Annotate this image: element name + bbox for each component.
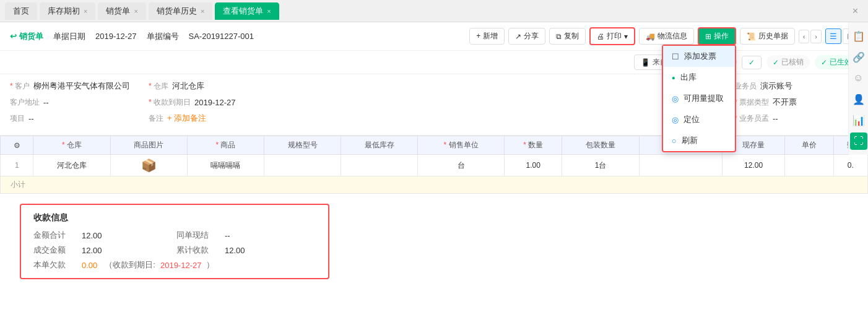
arrears-note-close: ） (206, 259, 214, 271)
new-button[interactable]: + 新增 (469, 28, 504, 45)
col-qty: 数量 (504, 136, 562, 155)
payment-box: 收款信息 金额合计 12.00 同单现结 -- 成交金额 12.00 (20, 204, 329, 279)
tab-bar-close-all[interactable]: × (848, 3, 863, 19)
operation-grid-icon: ⊞ (705, 32, 711, 41)
staff-label: 业务员 (734, 81, 757, 92)
sidebar-phone-icon[interactable]: 📋 (850, 27, 867, 45)
customer-value: 柳州粤港平安气体有限公司 (33, 80, 130, 92)
sidebar-expand-icon[interactable]: ⛶ (850, 132, 867, 150)
project-label: 项目 (10, 113, 25, 124)
tab-view-label: 查看销货单 (223, 6, 263, 17)
arrears-value: 0.00 (82, 261, 97, 270)
col-spec: 规格型号 (264, 136, 341, 155)
add-note-button[interactable]: + 添加备注 (167, 113, 206, 124)
menu-outbound[interactable]: ● 出库 (663, 67, 735, 88)
logistics-button[interactable]: 🚚 物流信息 (639, 28, 694, 45)
payment-title: 收款信息 (33, 212, 316, 224)
available-qty-icon: ◎ (672, 94, 679, 103)
nav-prev[interactable]: ‹ (799, 30, 810, 43)
sub-toolbar: 📱 来自手机 ● 未开票 ✓ ✓ 已核销 ✓ 已生效 (0, 51, 868, 74)
share-icon: ↗ (515, 32, 521, 41)
tab-home[interactable]: 首页 (5, 2, 37, 20)
cancelled-label: 已核销 (781, 57, 804, 67)
tab-inventory-close[interactable]: × (84, 7, 87, 15)
confirm-btn[interactable]: ✓ (742, 56, 762, 69)
row-available (639, 155, 722, 176)
total-row: 金额合计 12.00 (33, 230, 173, 241)
number-label: 单据编号 (147, 31, 179, 42)
copy-icon: ⧉ (556, 32, 562, 41)
project-value: -- (28, 114, 34, 123)
view-list[interactable]: ☰ (825, 28, 841, 44)
total-label: 金额合计 (33, 230, 77, 241)
col-pkg-qty: 包装数量 (562, 136, 639, 155)
tab-view-sales[interactable]: 查看销货单 × (215, 2, 279, 20)
operation-button[interactable]: ⊞ 操作 (698, 27, 736, 45)
right-sidebar: 📋 🔗 ☺ 👤 📊 ⛶ (848, 22, 868, 155)
row-stock: 12.00 (723, 155, 785, 176)
new-label: + 新增 (476, 31, 497, 41)
total-value: 12.00 (82, 231, 102, 240)
tab-sales-close[interactable]: × (134, 7, 137, 15)
payment-section: 收款信息 金额合计 12.00 同单现结 -- 成交金额 12.00 (0, 194, 868, 289)
tab-sales-order[interactable]: 销货单 × (98, 2, 145, 20)
table-row: 1 河北仓库 📦 嗝嗝嗝嗝 台 1.00 1台 12.00 0. (1, 155, 868, 176)
tab-view-close[interactable]: × (267, 7, 271, 15)
share-button[interactable]: ↗ 分享 (508, 28, 545, 45)
refresh-label: 刷新 (682, 135, 698, 146)
row-spec (264, 155, 341, 176)
address-field: 客户地址 -- (10, 97, 134, 108)
customer-label: 客户 (10, 81, 30, 92)
tab-history-close[interactable]: × (201, 7, 204, 15)
logistics-icon: 🚚 (646, 32, 655, 41)
menu-locate[interactable]: ◎ 定位 (663, 109, 735, 130)
print-button[interactable]: 🖨 打印 ▾ (589, 27, 635, 45)
row-price (785, 155, 833, 176)
col-min-stock: 最低库存 (341, 136, 418, 155)
history-button[interactable]: 📜 历史单据 (740, 28, 795, 45)
product-table: ⚙ 仓库 商品图片 商品 规格型号 最低库存 销售单位 数量 包装数量 可用量 … (0, 136, 868, 194)
history-icon: 📜 (747, 32, 756, 41)
cancelled-check-icon: ✓ (773, 58, 779, 67)
sidebar-user-icon[interactable]: 👤 (850, 90, 867, 108)
copy-label: 复制 (564, 31, 579, 41)
sidebar-chart-icon[interactable]: 📊 (850, 111, 867, 129)
row-qty: 1.00 (504, 155, 562, 176)
customer-field: 客户 柳州粤港平安气体有限公司 (10, 80, 134, 92)
nav-arrows: ‹ › (799, 30, 822, 43)
sidebar-face-icon[interactable]: ☺ (850, 69, 867, 87)
row-extra: 0. (833, 155, 867, 176)
ticket-type-label: 票据类型 (734, 97, 769, 108)
transaction-row: 成交金额 12.00 (33, 245, 173, 256)
col-price: 单价 (785, 136, 833, 155)
note-field: 备注 + 添加备注 (149, 113, 272, 124)
date-label: 单据日期 (53, 31, 85, 42)
outbound-label: 出库 (680, 72, 697, 83)
copy-button[interactable]: ⧉ 复制 (549, 28, 586, 45)
payment-date-field: 收款到期日 2019-12-27 (149, 97, 272, 108)
same-order-label: 同单现结 (176, 230, 220, 241)
ticket-type-value: 不开票 (773, 97, 797, 108)
table-header-row: ⚙ 仓库 商品图片 商品 规格型号 最低库存 销售单位 数量 包装数量 可用量 … (1, 136, 868, 155)
col-warehouse: 仓库 (33, 136, 110, 155)
add-note-label: 添加备注 (174, 113, 206, 123)
sidebar-link-icon[interactable]: 🔗 (850, 48, 867, 66)
menu-add-invoice[interactable]: ☐ 添加发票 (663, 46, 735, 67)
payment-date-label: 收款到期日 (149, 97, 191, 108)
tab-inventory-init[interactable]: 库存期初 × (40, 2, 95, 20)
add-invoice-icon: ☐ (672, 52, 679, 61)
row-product: 嗝嗝嗝嗝 (187, 155, 264, 176)
menu-refresh[interactable]: ○ 刷新 (663, 130, 735, 151)
print-icon: 🖨 (597, 32, 604, 41)
transaction-value: 12.00 (82, 246, 102, 255)
print-label: 打印 (607, 31, 622, 41)
mobile-icon: 📱 (641, 58, 650, 67)
warehouse-field: 仓库 河北仓库 (149, 80, 248, 92)
form-section: 客户 柳州粤港平安气体有限公司 仓库 河北仓库 业务员 演示账号 客户地址 -- (0, 74, 868, 135)
nav-next[interactable]: › (810, 30, 822, 43)
arrears-note: （收款到期日: (105, 259, 155, 271)
tab-sales-history[interactable]: 销货单历史 × (149, 2, 212, 20)
doc-meta: 单据日期 2019-12-27 单据编号 SA-20191227-001 (53, 31, 254, 42)
menu-available-qty[interactable]: ◎ 可用量提取 (663, 88, 735, 109)
row-index: 1 (1, 155, 33, 176)
